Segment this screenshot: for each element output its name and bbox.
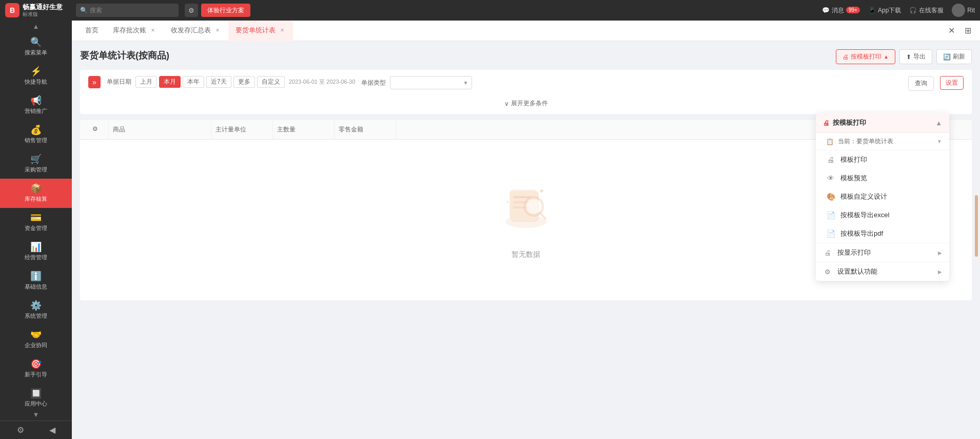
export-btn[interactable]: ⬆ 导出	[899, 49, 932, 64]
dropdown-current-template[interactable]: 📋 当前：要货单统计表 ▼	[816, 133, 949, 150]
main-layout: ▲ 🔍 搜索菜单 ⚡ 快捷导航 📢 营销推广 💰 销售管理 🛒 采购管理	[0, 21, 980, 439]
sidebar-label-purchase: 采购管理	[25, 166, 47, 174]
system-icon: ⚙️	[30, 301, 42, 310]
query-btn[interactable]: 查询	[908, 76, 934, 91]
dropdown-header: 🖨 按模板打印 ▲	[816, 113, 949, 133]
tab-order-stats[interactable]: 要货单统计表 ×	[228, 21, 293, 41]
order-type-select[interactable]	[390, 76, 472, 89]
sidebar-item-appstore[interactable]: 🔲 应用中心	[0, 384, 72, 409]
settings-icon[interactable]: ⚙	[185, 4, 198, 17]
expand-toggle-btn[interactable]: »	[88, 76, 101, 88]
sidebar-item-basic[interactable]: ℹ️ 基础信息	[0, 266, 72, 296]
user-avatar[interactable]: Rit	[952, 4, 975, 17]
avatar	[952, 4, 965, 17]
dropdown-item-display-print[interactable]: 🖨 按显示打印 ▶	[816, 243, 949, 262]
right-scrollbar-handle[interactable]	[975, 195, 978, 257]
current-template-label: 当前：要货单统计表	[838, 137, 893, 146]
dropdown-collapse-btn[interactable]: ▲	[935, 119, 942, 127]
dropdown-item-export-pdf[interactable]: 📄 按模板导出pdf	[816, 224, 949, 243]
appstore-icon: 🔲	[30, 389, 42, 398]
sidebar-item-inventory[interactable]: 📦 库存核算	[0, 179, 72, 208]
online-service-btn[interactable]: 🎧 在线客服	[909, 6, 944, 15]
global-search[interactable]: 🔍 搜索	[76, 4, 179, 17]
sidebar: ▲ 🔍 搜索菜单 ⚡ 快捷导航 📢 营销推广 💰 销售管理 🛒 采购管理	[0, 21, 72, 439]
sidebar-item-newbie[interactable]: 🎯 新手引导	[0, 354, 72, 384]
display-print-label: 按显示打印	[837, 248, 871, 257]
dropdown-item-export-excel[interactable]: 📄 按模板导出excel	[816, 206, 949, 224]
headset-icon: 🎧	[909, 7, 917, 14]
chevron-up-icon: ▲	[884, 54, 889, 60]
default-func-label: 设置默认功能	[837, 267, 877, 276]
sidebar-bottom: ⚙ ◀	[0, 421, 72, 439]
sidebar-settings-btn[interactable]: ⚙	[17, 425, 24, 435]
sidebar-item-search[interactable]: 🔍 搜索菜单	[0, 32, 72, 62]
date-btn-last7[interactable]: 近7天	[206, 76, 231, 88]
trial-button[interactable]: 体验行业方案	[201, 4, 250, 17]
filter-bar: » 单据日期 上月 本月 本年 近7天 更多 自定义 2023-06-01 至 …	[80, 70, 972, 114]
sidebar-label-business: 经营管理	[25, 254, 47, 261]
tab-maximize-btn[interactable]: ⊞	[962, 25, 974, 37]
refresh-btn[interactable]: 🔄 刷新	[936, 49, 972, 64]
tab-home[interactable]: 首页	[78, 21, 106, 41]
date-btn-current-month[interactable]: 本月	[159, 76, 181, 88]
download-icon: 📱	[868, 7, 876, 14]
sidebar-item-cooperation[interactable]: 🤝 企业协同	[0, 325, 72, 354]
top-bar-right: 💬 消息 99+ 📱 App下载 🎧 在线客服 Rit	[822, 4, 975, 17]
sidebar-scroll-down[interactable]: ▼	[0, 409, 72, 421]
dropdown-item-template-print[interactable]: 🖨 模板打印	[816, 150, 949, 169]
purchase-icon: 🛒	[30, 155, 42, 164]
business-icon: 📊	[30, 242, 42, 252]
content-area: 首页 库存批次账 × 收发存汇总表 × 要货单统计表 × ✕ ⊞ 要货单统计表(…	[72, 21, 980, 439]
date-btn-custom[interactable]: 自定义	[257, 76, 285, 88]
date-btn-current-year[interactable]: 本年	[183, 76, 204, 88]
app-version: 标准版	[23, 11, 63, 17]
printer-icon: 🖨	[842, 53, 849, 61]
sidebar-item-sales[interactable]: 💰 销售管理	[0, 120, 72, 149]
date-label: 单据日期	[107, 78, 131, 86]
dropdown-item-default-func[interactable]: ⚙ 设置默认功能 ▶	[816, 262, 949, 281]
tab-close-receipts-summary[interactable]: ×	[214, 27, 221, 34]
date-btn-more[interactable]: 更多	[233, 76, 255, 88]
sidebar-item-marketing[interactable]: 📢 营销推广	[0, 91, 72, 120]
dropdown-item-template-preview[interactable]: 👁 模板预览	[816, 169, 949, 187]
tab-inventory-batch[interactable]: 库存批次账 ×	[106, 21, 164, 41]
dropdown-item-template-design[interactable]: 🎨 模板自定义设计	[816, 187, 949, 206]
sidebar-item-purchase[interactable]: 🛒 采购管理	[0, 149, 72, 179]
tab-close-inventory-batch[interactable]: ×	[149, 27, 156, 34]
app-download-btn[interactable]: 📱 App下载	[868, 6, 901, 15]
page-content: 要货单统计表(按商品) 🖨 按模板打印 ▲ ⬆ 导出 🔄 刷新	[72, 41, 980, 439]
search-icon: 🔍	[80, 7, 88, 14]
tab-close-all-btn[interactable]: ✕	[945, 25, 957, 37]
dropdown-printer-icon: 🖨	[823, 119, 830, 127]
sidebar-item-quick[interactable]: ⚡ 快捷导航	[0, 62, 72, 91]
tab-receipts-summary[interactable]: 收发存汇总表 ×	[164, 21, 228, 41]
empty-illustration: ✦ ✦	[495, 181, 557, 242]
date-btn-prev-month[interactable]: 上月	[135, 76, 157, 88]
sidebar-item-business[interactable]: 📊 经营管理	[0, 237, 72, 266]
empty-text: 暂无数据	[512, 250, 540, 259]
date-range-display: 2023-06-01 至 2023-06-30	[289, 78, 356, 86]
settings-btn[interactable]: 设置	[940, 76, 964, 90]
empty-svg: ✦ ✦	[495, 181, 557, 232]
messages-btn[interactable]: 💬 消息 99+	[822, 6, 860, 15]
sidebar-item-system[interactable]: ⚙️ 系统管理	[0, 296, 72, 325]
sidebar-label-appstore: 应用中心	[25, 400, 47, 408]
default-func-icon: ⚙	[823, 268, 832, 276]
sidebar-collapse-btn[interactable]: ◀	[49, 425, 55, 435]
col-gear[interactable]: ⚙	[88, 120, 109, 139]
print-template-btn[interactable]: 🖨 按模板打印 ▲	[836, 49, 895, 64]
sidebar-item-finance[interactable]: 💳 资金管理	[0, 208, 72, 237]
basic-icon: ℹ️	[30, 272, 42, 281]
sidebar-label-system: 系统管理	[25, 312, 47, 320]
page-actions: 🖨 按模板打印 ▲ ⬆ 导出 🔄 刷新	[836, 49, 972, 64]
sidebar-scroll-up[interactable]: ▲	[0, 21, 72, 32]
dropdown-label-export-pdf: 按模板导出pdf	[840, 229, 883, 238]
tab-close-order-stats[interactable]: ×	[279, 27, 286, 34]
app-name: 畅赢通好生意	[23, 3, 63, 11]
sales-icon: 💰	[30, 125, 42, 135]
template-design-icon: 🎨	[826, 193, 835, 201]
expand-more-btn[interactable]: ∨ 展开更多条件	[504, 99, 548, 108]
export-pdf-icon: 📄	[826, 230, 835, 238]
date-buttons: 上月 本月 本年 近7天 更多 自定义	[135, 76, 285, 88]
sidebar-label-basic: 基础信息	[25, 283, 47, 291]
